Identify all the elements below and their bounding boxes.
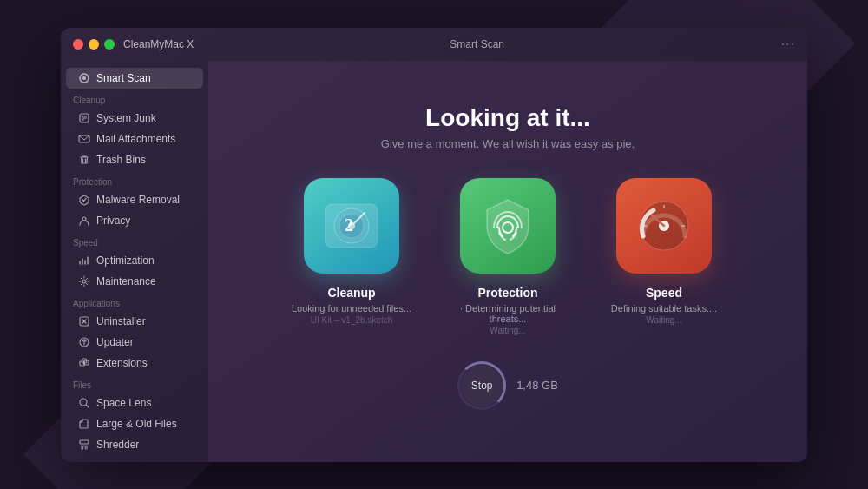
protection-icon-wrapper — [460, 178, 556, 274]
cleanup-icon-wrapper: 2 — [304, 178, 399, 274]
cards-row: 2 Cleanup Looking for unneeded files... … — [286, 178, 729, 335]
trash-bins-label: Trash Bins — [96, 154, 146, 166]
stop-button-wrapper: Stop — [457, 361, 506, 410]
sidebar-item-maintenance[interactable]: Maintenance — [66, 271, 203, 292]
sidebar-item-optimization[interactable]: Optimization — [66, 250, 203, 271]
title-bar-center-label: Smart Scan — [194, 38, 760, 50]
optimization-label: Optimization — [96, 254, 155, 267]
sidebar-item-mail-attachments[interactable]: Mail Attachments — [66, 129, 203, 149]
speed-card: Speed Defining suitable tasks.... Waitin… — [599, 178, 729, 325]
mail-attachments-label: Mail Attachments — [96, 133, 175, 145]
title-bar: CleanMyMac X Smart Scan ··· — [61, 28, 807, 61]
minimize-button[interactable] — [89, 39, 99, 50]
optimization-icon — [78, 254, 90, 267]
updater-label: Updater — [96, 336, 134, 348]
gauge-icon — [633, 195, 695, 257]
sidebar-item-space-lens[interactable]: Space Lens — [66, 393, 203, 413]
mail-icon — [78, 133, 90, 145]
svg-point-1 — [82, 76, 86, 80]
right-panel: Looking at it... Give me a moment. We al… — [208, 61, 807, 462]
malware-icon — [78, 194, 90, 206]
svg-point-14 — [82, 280, 86, 283]
main-content: Smart Scan Cleanup System Junk Mail Atta — [61, 61, 807, 462]
protection-card-status: · Determining potential threats... — [443, 303, 573, 324]
sidebar-section-protection: Protection — [61, 170, 208, 189]
sidebar-section-applications: Applications — [61, 292, 208, 311]
svg-line-8 — [84, 198, 87, 201]
window-controls — [73, 39, 115, 50]
cleanup-card-status: Looking for unneeded files... — [292, 303, 411, 314]
speed-card-title: Speed — [646, 286, 682, 300]
shredder-label: Shredder — [96, 439, 139, 451]
system-junk-label: System Junk — [96, 112, 156, 124]
privacy-label: Privacy — [96, 215, 130, 227]
more-options-icon[interactable]: ··· — [781, 36, 795, 52]
maintenance-icon — [78, 275, 90, 287]
close-button[interactable] — [73, 39, 83, 50]
sidebar-item-large-old-files[interactable]: Large & Old Files — [66, 413, 203, 434]
sidebar-item-system-junk[interactable]: System Junk — [66, 108, 203, 129]
sidebar-item-malware-removal[interactable]: Malware Removal — [66, 189, 203, 210]
svg-line-28 — [85, 446, 86, 449]
stop-area: Stop 1,48 GB — [457, 361, 558, 410]
uninstaller-label: Uninstaller — [96, 315, 146, 327]
large-old-files-label: Large & Old Files — [96, 418, 177, 430]
sidebar-section-speed: Speed — [61, 231, 208, 250]
privacy-icon — [78, 215, 90, 227]
title-bar-right: ··· — [760, 36, 795, 52]
updater-icon — [78, 336, 90, 348]
maximize-button[interactable] — [104, 39, 115, 50]
extensions-label: Extensions — [96, 357, 148, 369]
stop-button[interactable]: Stop — [461, 365, 503, 406]
cleanup-card-label: UI Kit – v1_2b.sketch — [311, 315, 393, 325]
cleanup-card: 2 Cleanup Looking for unneeded files... … — [286, 178, 417, 325]
space-lens-icon — [78, 397, 90, 409]
sidebar-item-trash-bins[interactable]: Trash Bins — [66, 149, 203, 170]
panel-title: Looking at it... — [425, 104, 590, 132]
space-lens-label: Space Lens — [96, 397, 151, 409]
sidebar-item-privacy[interactable]: Privacy — [66, 210, 203, 231]
maintenance-label: Maintenance — [96, 275, 156, 287]
speed-icon-wrapper — [616, 178, 712, 274]
sidebar-item-extensions[interactable]: Extensions — [66, 353, 203, 373]
shield-icon — [475, 193, 541, 259]
speed-card-substatus: Waiting... — [646, 315, 681, 325]
sidebar-item-updater[interactable]: Updater — [66, 332, 203, 353]
sidebar: Smart Scan Cleanup System Junk Mail Atta — [61, 61, 208, 462]
malware-removal-label: Malware Removal — [96, 194, 180, 206]
app-name-label: CleanMyMac X — [123, 38, 194, 50]
svg-line-27 — [83, 446, 84, 449]
svg-text:2: 2 — [345, 215, 353, 235]
large-files-icon — [78, 418, 90, 430]
protection-card-title: Protection — [477, 286, 537, 300]
extensions-icon — [78, 357, 90, 369]
scan-size-label: 1,48 GB — [516, 379, 558, 392]
shredder-icon — [78, 439, 90, 451]
sidebar-smart-scan-label: Smart Scan — [96, 72, 151, 84]
svg-point-9 — [82, 217, 86, 221]
protection-card: Protection · Determining potential threa… — [443, 178, 573, 335]
speed-card-status: Defining suitable tasks.... — [611, 303, 717, 314]
sidebar-item-shredder[interactable]: Shredder — [66, 434, 203, 455]
svg-line-24 — [87, 405, 89, 407]
panel-subtitle: Give me a moment. We all wish it was eas… — [381, 137, 635, 150]
sidebar-section-files: Files — [61, 373, 208, 393]
sidebar-item-smart-scan[interactable]: Smart Scan — [66, 68, 203, 89]
disk-icon: 2 — [317, 191, 386, 261]
trash-icon — [78, 154, 90, 166]
app-window: CleanMyMac X Smart Scan ··· Smart Scan C… — [61, 28, 807, 462]
svg-point-23 — [80, 399, 87, 406]
system-junk-icon — [78, 112, 90, 124]
sidebar-item-uninstaller[interactable]: Uninstaller — [66, 311, 203, 332]
svg-rect-25 — [80, 440, 89, 444]
cleanup-card-title: Cleanup — [327, 286, 375, 300]
sidebar-section-cleanup: Cleanup — [61, 89, 208, 108]
protection-card-substatus: Waiting... — [490, 326, 525, 335]
uninstaller-icon — [78, 315, 90, 327]
smart-scan-icon — [78, 72, 90, 84]
